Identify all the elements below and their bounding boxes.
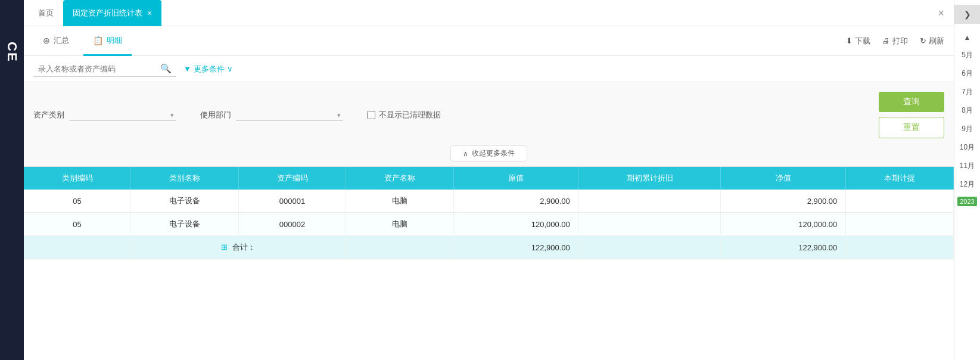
close-window-button[interactable]: ×: [938, 7, 944, 19]
search-input[interactable]: [38, 64, 157, 73]
month-item-12[interactable]: 12月: [954, 176, 980, 193]
col-category-name: 类别名称: [131, 167, 239, 190]
reset-button[interactable]: 重置: [879, 117, 944, 138]
search-wrap: 🔍: [33, 61, 176, 77]
month-item-10[interactable]: 10月: [954, 139, 980, 156]
cell-asset-code-1: 000001: [238, 190, 346, 213]
table-total-row: ⊞ 合计： 122,900.00 122,900.00: [24, 236, 954, 259]
month-item-8[interactable]: 8月: [954, 102, 980, 119]
sidebar-logo: CE: [0, 0, 24, 360]
right-chevron-icon: ❯: [964, 10, 971, 19]
summary-icon: ⊛: [43, 36, 50, 45]
cell-category-code-2: 05: [24, 213, 131, 236]
total-icon: ⊞: [221, 243, 228, 252]
refresh-button[interactable]: ↻ 刷新: [920, 36, 944, 46]
more-conditions-button[interactable]: ▼ 更多条件 ∨: [183, 64, 233, 75]
top-nav: 首页 固定资产折旧统计表 × ×: [24, 0, 954, 26]
chevron-up-icon: ∧: [463, 150, 468, 158]
asset-category-select[interactable]: [69, 109, 176, 121]
table-row: 05 电子设备 000002 电脑 120,000.00 120,000.00: [24, 213, 954, 236]
filter-row-1: 资产类别 使用部门 不显示已清理数据: [33, 92, 944, 138]
asset-category-filter: 资产类别: [33, 109, 176, 121]
cell-category-name-2: 电子设备: [131, 213, 239, 236]
advanced-filter-panel: 资产类别 使用部门 不显示已清理数据: [24, 82, 954, 167]
cell-accumulated-1: [578, 190, 721, 213]
total-label: 合计：: [232, 243, 256, 252]
asset-category-select-wrap: [69, 109, 176, 121]
filter-bar: 🔍 ▼ 更多条件 ∨: [24, 56, 954, 82]
sidebar-collapse-button[interactable]: ❯: [954, 5, 981, 24]
col-category-code: 类别编码: [24, 167, 131, 190]
tab-detail[interactable]: 📋 明细: [83, 27, 132, 56]
toolbar-actions: ⬇ 下载 🖨 打印 ↻ 刷新: [846, 36, 944, 46]
month-item-5[interactable]: 5月: [954, 46, 980, 64]
total-current-period: [846, 236, 954, 259]
main-content: 首页 固定资产折旧统计表 × × ⊛ 汇总 📋 明细 ⬇ 下载 🖨: [24, 0, 954, 360]
logo-text: CE: [4, 42, 20, 63]
filter-buttons: 查询 重置: [879, 92, 944, 138]
cell-original-value-1: 2,900.00: [454, 190, 579, 213]
cell-asset-code-2: 000002: [238, 213, 346, 236]
cell-asset-name-1: 电脑: [346, 190, 454, 213]
sub-tabs-left: ⊛ 汇总 📋 明细: [33, 26, 132, 55]
department-label: 使用部门: [200, 110, 231, 120]
tab-summary[interactable]: ⊛ 汇总: [33, 27, 79, 56]
collapse-label: 收起更多条件: [472, 148, 515, 159]
download-button[interactable]: ⬇ 下载: [846, 36, 870, 46]
hide-cleared-checkbox-item[interactable]: 不显示已清理数据: [367, 110, 441, 120]
nav-home[interactable]: 首页: [33, 8, 58, 18]
hide-cleared-label: 不显示已清理数据: [379, 110, 441, 120]
data-table-wrap: 类别编码 类别名称 资产编码 资产名称 原值 期初累计折旧 净值 本期计提 05…: [24, 167, 954, 360]
print-label: 打印: [892, 36, 908, 46]
hide-cleared-checkbox[interactable]: [367, 111, 375, 119]
more-conditions-label: 更多条件: [194, 64, 225, 75]
tab-detail-label: 明细: [107, 35, 122, 46]
month-item-9[interactable]: 9月: [954, 120, 980, 138]
table-header: 类别编码 类别名称 资产编码 资产名称 原值 期初累计折旧 净值 本期计提: [24, 167, 954, 190]
department-select[interactable]: [236, 109, 343, 121]
refresh-icon: ↻: [920, 36, 926, 45]
main-tab-label: 固定资产折旧统计表: [73, 8, 142, 18]
col-asset-code: 资产编码: [238, 167, 346, 190]
download-label: 下载: [855, 36, 870, 46]
total-label-cell: ⊞ 合计：: [131, 236, 346, 259]
department-select-wrap: [236, 109, 343, 121]
month-scroll-up[interactable]: ▲: [954, 30, 980, 45]
col-original-value: 原值: [454, 167, 579, 190]
cell-category-name-1: 电子设备: [131, 190, 239, 213]
collapse-button[interactable]: ∧ 收起更多条件: [450, 145, 527, 162]
total-accumulated: [578, 236, 721, 259]
table-row: 05 电子设备 000001 电脑 2,900.00 2,900.00: [24, 190, 954, 213]
chevron-down-icon: ∨: [227, 64, 233, 73]
month-item-6[interactable]: 6月: [954, 65, 980, 82]
cell-current-period-1: [846, 190, 954, 213]
cell-accumulated-2: [578, 213, 721, 236]
asset-category-label: 资产类别: [33, 110, 64, 120]
query-button[interactable]: 查询: [879, 92, 944, 112]
cell-asset-name-2: 电脑: [346, 213, 454, 236]
col-accumulated-depreciation: 期初累计折旧: [578, 167, 721, 190]
sub-tabs-bar: ⊛ 汇总 📋 明细 ⬇ 下载 🖨 打印 ↻ 刷新: [24, 26, 954, 56]
department-filter: 使用部门: [200, 109, 343, 121]
year-badge[interactable]: 2023: [957, 197, 976, 206]
table-body: 05 电子设备 000001 电脑 2,900.00 2,900.00 05 电…: [24, 190, 954, 259]
download-icon: ⬇: [846, 36, 853, 45]
cell-net-value-1: 2,900.00: [721, 190, 846, 213]
tab-summary-label: 汇总: [54, 35, 69, 46]
detail-icon: 📋: [93, 36, 103, 45]
cell-category-code-1: 05: [24, 190, 131, 213]
main-tab[interactable]: 固定资产折旧统计表 ×: [63, 0, 161, 26]
total-net-value: 122,900.00: [721, 236, 846, 259]
print-icon: 🖨: [882, 36, 890, 45]
total-original-value: 122,900.00: [454, 236, 579, 259]
month-item-11[interactable]: 11月: [954, 157, 980, 175]
col-net-value: 净值: [721, 167, 846, 190]
right-sidebar: ❯ ▲ 5月 6月 7月 8月 9月 10月 11月 12月 2023: [954, 0, 980, 360]
cell-original-value-2: 120,000.00: [454, 213, 579, 236]
print-button[interactable]: 🖨 打印: [882, 36, 908, 46]
search-icon[interactable]: 🔍: [160, 63, 172, 74]
refresh-label: 刷新: [929, 36, 944, 46]
data-table: 类别编码 类别名称 资产编码 资产名称 原值 期初累计折旧 净值 本期计提 05…: [24, 167, 954, 259]
month-item-7[interactable]: 7月: [954, 83, 980, 101]
close-tab-button[interactable]: ×: [147, 8, 152, 18]
